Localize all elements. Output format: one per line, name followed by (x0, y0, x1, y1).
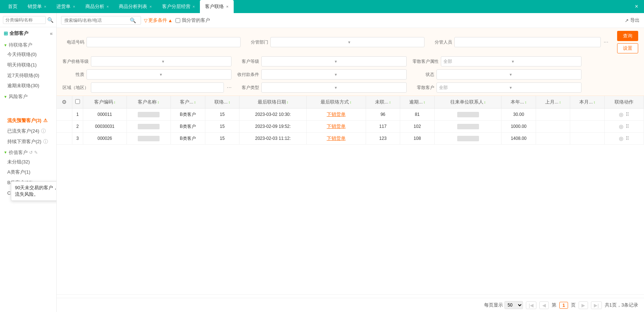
settings-button[interactable]: 设置 (617, 43, 638, 53)
tab-purchase-close[interactable]: × (73, 4, 75, 9)
sidebar-group-risk-label[interactable]: ▼ 风险客户 (0, 91, 56, 101)
page-size-select[interactable]: 50 100 200 (504, 301, 523, 309)
tab-analysis-list-close[interactable]: × (149, 4, 152, 9)
contact-action-icon-0[interactable]: ◎ (619, 112, 623, 117)
tab-customer-layer-close[interactable]: × (193, 4, 195, 9)
tab-analysis-close[interactable]: × (106, 4, 109, 9)
refresh-icon[interactable]: ↺ (29, 150, 33, 155)
row-last-method-1[interactable]: 下销货单 (306, 121, 366, 133)
filter-region: 区域（地区） ··· (63, 82, 232, 93)
scrollbar-area[interactable] (57, 294, 644, 298)
query-button[interactable]: 查询 (617, 31, 638, 41)
sidebar-search-input[interactable] (3, 16, 46, 24)
risk-tooltip: 90天未交易的客户，可能有流失风险。 (11, 181, 57, 201)
prev-page-button[interactable]: ◀ (539, 301, 549, 309)
my-customers-filter[interactable]: 我分管的客户 (176, 17, 210, 24)
checkbox-col-header[interactable] (72, 96, 83, 109)
more-action-icon-0[interactable]: ⠿ (625, 112, 629, 117)
filter-actions: 查询 设置 (617, 31, 638, 53)
table-settings-icon[interactable]: ⚙ (62, 99, 67, 105)
sidebar-item-declining[interactable]: 持续下滑客户(2) ⓘ (0, 137, 56, 147)
sidebar-group-value[interactable]: ▼ 价值客户 ↺ ✎ (0, 147, 56, 157)
sidebar-item-churned[interactable]: 已流失客户(24) ⓘ (0, 126, 56, 137)
last-page-button[interactable]: ▶| (591, 301, 601, 309)
row-code-2: 000026 (83, 133, 126, 145)
region-more-icon[interactable]: ··· (227, 84, 232, 91)
more-conditions-button[interactable]: ▽ 更多条件 ▲ (144, 17, 173, 24)
col-header-last-method[interactable]: 最后联络方式↕ (306, 96, 366, 109)
retail-attr-dropdown-icon: ▼ (511, 60, 579, 64)
sidebar-search-icon[interactable]: 🔍 (47, 17, 53, 23)
grid-icon: ⊞ (4, 31, 8, 36)
col-header-contact[interactable]: 联络...↕ (205, 96, 240, 109)
sort-icon-overdue: ↕ (423, 100, 425, 104)
select-all-checkbox[interactable] (75, 99, 80, 104)
content-area: 🔍 ▽ 更多条件 ▲ 我分管的客户 ↗ 导出 电话号码 (57, 13, 644, 312)
gender-select[interactable]: ▼ (86, 69, 232, 80)
contact-action-icon-1[interactable]: ◎ (619, 123, 623, 129)
col-header-last-date[interactable]: 最后联络日期↕ (240, 96, 307, 109)
col-header-name[interactable]: 客户名称↕ (126, 96, 170, 109)
dept-select[interactable]: ▼ (270, 37, 424, 47)
sidebar-item-7days[interactable]: 近7天待联络(0) (0, 70, 56, 81)
tab-sales[interactable]: 销货单 × (23, 0, 51, 13)
row-type-2: B类客户 (170, 133, 205, 145)
tab-sales-close[interactable]: × (44, 4, 46, 9)
sidebar-item-ungraded[interactable]: 未分组(32) (0, 157, 56, 167)
status-select[interactable]: ▼ (436, 69, 581, 80)
table-header-row: ⚙ 客户编码↕ 客户名称↕ 客户...↕ 联络...↕ 最后联络日期↕ 最后联络… (57, 96, 644, 109)
sidebar-item-overdue-contact[interactable]: 逾期未联络(30) (0, 81, 56, 91)
price-grade-select[interactable]: ▼ (91, 56, 232, 66)
sidebar-item-churn-warning[interactable]: 流失预警客户(3) ⚠ (0, 116, 56, 126)
col-header-this-month[interactable]: 本月...↕ (570, 96, 605, 109)
next-page-button[interactable]: ▶ (579, 301, 588, 309)
filter-retail-customer: 零散客户 全部 ▼ (412, 82, 581, 93)
export-button[interactable]: ↗ 导出 (625, 17, 640, 24)
row-settings-1 (57, 121, 72, 133)
contact-action-icon-2[interactable]: ◎ (619, 135, 623, 141)
tab-analysis[interactable]: 商品分析 × (80, 0, 114, 13)
first-page-button[interactable]: |◀ (526, 301, 536, 309)
tab-customer-layer[interactable]: 客户分层经营 × (157, 0, 200, 13)
tab-customer-contact-close[interactable]: × (226, 4, 228, 9)
phone-input[interactable] (86, 37, 241, 47)
sidebar-item-a-class[interactable]: A类客户(1) (0, 167, 56, 178)
my-customers-checkbox[interactable] (176, 18, 180, 23)
tab-purchase[interactable]: 进货单 × (51, 0, 80, 13)
retail-attr-select[interactable]: 全部 ▼ (441, 56, 581, 66)
sidebar-collapse-btn[interactable]: « (50, 31, 53, 36)
row-contact-1: 15 (205, 121, 240, 133)
sidebar-item-tomorrow[interactable]: 明天待联络(1) (0, 60, 56, 70)
customer-type-select[interactable]: ▼ (261, 82, 406, 93)
tab-home[interactable]: 首页 (3, 0, 23, 13)
row-last-method-0[interactable]: 下销货单 (306, 109, 366, 121)
col-header-type[interactable]: 客户...↕ (170, 96, 205, 109)
sidebar-item-today[interactable]: 今天待联络(0) (0, 49, 56, 60)
retail-customer-select[interactable]: 全部 ▼ (436, 82, 581, 93)
col-header-code[interactable]: 客户编码↕ (83, 96, 126, 109)
close-all-button[interactable]: × (632, 3, 641, 10)
settings-col-header[interactable]: ⚙ (57, 96, 72, 109)
customer-grade-select[interactable]: ▼ (261, 56, 406, 66)
row-this-year-2: 1408.00 (502, 133, 536, 145)
edit-icon[interactable]: ✎ (34, 150, 38, 155)
tab-analysis-list[interactable]: 商品分析列表 × (114, 0, 157, 13)
col-header-overdue[interactable]: 逾期...↕ (400, 96, 435, 109)
region-input[interactable] (91, 82, 224, 93)
row-last-method-2[interactable]: 下销货单 (306, 133, 366, 145)
sidebar-all-customers[interactable]: ⊞ 全部客户 « (0, 27, 56, 40)
filter-bar: 🔍 ▽ 更多条件 ▲ 我分管的客户 ↗ 导出 (57, 13, 644, 28)
manager-more-icon[interactable]: ··· (604, 39, 608, 45)
more-action-icon-1[interactable]: ⠿ (625, 123, 629, 129)
col-header-unlink[interactable]: 未联...↕ (366, 96, 400, 109)
search-input[interactable] (64, 18, 130, 23)
payment-select[interactable]: ▼ (261, 69, 406, 80)
col-header-this-year[interactable]: 本年...↕ (502, 96, 536, 109)
manager-select[interactable] (454, 37, 601, 47)
tab-customer-contact[interactable]: 客户联络 × (200, 0, 233, 13)
search-icon[interactable]: 🔍 (130, 17, 136, 23)
more-action-icon-2[interactable]: ⠿ (625, 135, 629, 141)
sidebar-group-pending[interactable]: ▼ 待联络客户 (0, 40, 56, 49)
col-header-last-month[interactable]: 上月...↕ (536, 96, 570, 109)
col-header-contact-person[interactable]: 往来单位联系人↕ (434, 96, 502, 109)
